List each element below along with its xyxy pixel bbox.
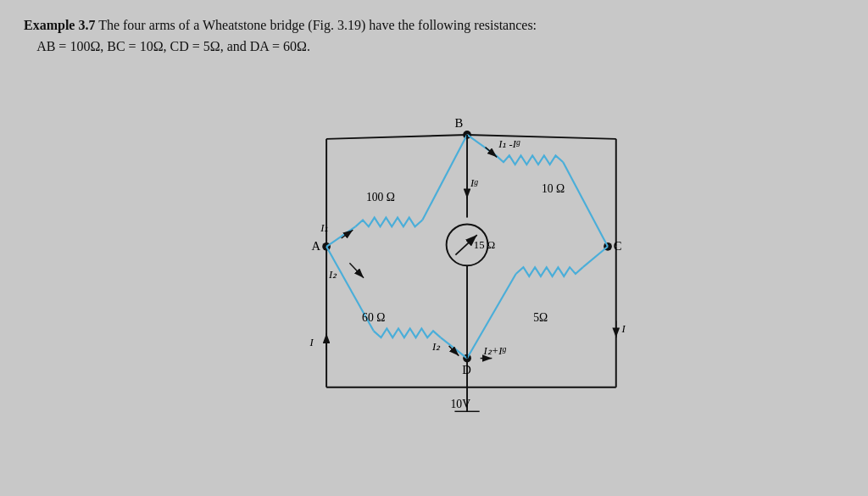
label-I2-D: I₂	[431, 340, 441, 352]
label-I2-Ig: I₂+Ig	[483, 343, 507, 356]
label-Ig: Ig	[470, 176, 478, 189]
label-I-left: I	[309, 336, 314, 348]
label-I-right: I	[621, 323, 626, 335]
svg-line-8	[467, 135, 616, 139]
svg-line-29	[349, 263, 364, 278]
node-D-label: D	[462, 363, 471, 376]
label-I1-Ig: I₁ -Ig	[498, 137, 520, 149]
resistor-AB	[326, 135, 467, 247]
resistor-BC	[467, 135, 608, 247]
resistances-line: AB = 100Ω, BC = 10Ω, CD = 5Ω, and DA = 6…	[24, 36, 844, 58]
page: Example 3.7 The four arms of a Wheatston…	[0, 0, 868, 496]
circuit-diagram: B A C D 100 Ω 10 Ω 5Ω 60 Ω 15 Ω I₁ I₂ Ig…	[205, 64, 663, 412]
label-BC: 10 Ω	[542, 182, 565, 195]
svg-line-16	[326, 226, 355, 246]
text-block: Example 3.7 The four arms of a Wheatston…	[24, 15, 844, 58]
label-I1: I₁	[320, 222, 328, 234]
label-galvanometer: 15 Ω	[474, 238, 495, 250]
node-B-label: B	[454, 116, 463, 130]
svg-line-20	[583, 246, 608, 266]
label-DA: 60 Ω	[362, 310, 385, 323]
current-I2	[349, 263, 364, 278]
resistor-CD	[467, 246, 608, 358]
label-AB: 100 Ω	[366, 191, 395, 203]
svg-line-22	[441, 337, 467, 358]
node-C-label: C	[614, 238, 622, 252]
resistor-DA	[326, 246, 467, 358]
description-text: The four arms of a Wheatstone bridge (Fi…	[95, 18, 537, 32]
circuit-svg: B A C D 100 Ω 10 Ω 5Ω 60 Ω 15 Ω I₁ I₂ Ig…	[205, 64, 663, 412]
svg-line-17	[422, 135, 467, 220]
node-A-label: A	[312, 238, 321, 252]
current-I1-Ig	[486, 147, 498, 157]
svg-line-31	[486, 147, 498, 157]
svg-line-15	[326, 135, 467, 139]
example-description: Example 3.7 The four arms of a Wheatston…	[24, 15, 844, 36]
label-10V: 10V	[451, 398, 471, 410]
svg-line-19	[563, 162, 608, 247]
example-label: Example 3.7	[24, 18, 95, 32]
label-I2-A: I₂	[328, 268, 337, 280]
label-CD: 5Ω	[533, 310, 548, 323]
